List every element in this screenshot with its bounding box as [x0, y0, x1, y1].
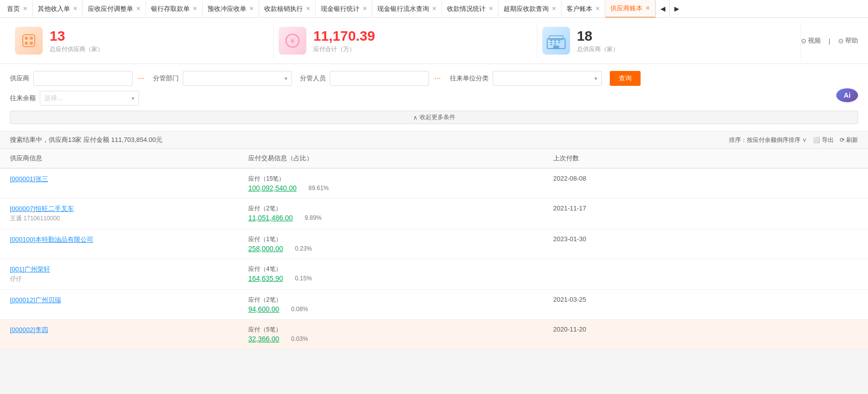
close-icon[interactable]: ✕	[552, 5, 556, 12]
supplier-table: 供应商信息 应付交易信息（占比） 上次付数 [000001]张三 应付（15笔）…	[0, 149, 868, 349]
svg-text:¥: ¥	[290, 37, 294, 45]
last-pay-date: 2023-01-30	[553, 235, 586, 243]
supplier-name-link[interactable]: [000100]本特勤油品有限公司	[10, 235, 248, 244]
result-right: 排序：按应付余额倒序排序 ∨ ⬜ 导出 ⟳ 刷新	[729, 136, 858, 144]
supplier-info-cell: [000007]恒旺二手叉车 王通 17106110000	[10, 204, 248, 223]
transaction-info-cell: 应付（15笔） 100,092,540.00 89.61%	[248, 175, 553, 192]
collapse-button[interactable]: ∧ 收起更多条件	[10, 111, 858, 124]
sort-arrow-icon[interactable]: ∨	[802, 136, 807, 143]
amount-value-link[interactable]: 32,366.00	[248, 335, 279, 343]
table-row: [000002]李四 应付（5笔） 32,366.00 0.03% 2020-1…	[0, 320, 868, 349]
category-label: 往来单位分类	[450, 74, 489, 83]
close-icon[interactable]: ✕	[362, 5, 367, 12]
amount-pct: 0.08%	[291, 306, 308, 313]
payable-total-icon: ¥	[279, 27, 306, 55]
svg-rect-1	[25, 37, 28, 40]
balance-field: 往来余额 选择... ▾	[10, 91, 139, 106]
nav-next-arrow[interactable]: ▶	[669, 0, 683, 18]
supplier-sub-info: 王通 17106110000	[10, 214, 248, 223]
ai-assistant-badge[interactable]: Ai	[836, 88, 858, 102]
result-text: 搜索结果中，供应商13家 应付金额 111,703,854.00元	[10, 135, 162, 144]
help-icon: ⊙	[838, 37, 844, 45]
nav-tab-8[interactable]: 收款情况统计 ✕	[442, 0, 499, 18]
amount-label: 应付（2笔）	[248, 296, 553, 304]
transaction-info-cell: 应付（1笔） 258,000.00 0.23%	[248, 235, 553, 253]
nav-tab-home[interactable]: 首页 ✕	[2, 0, 33, 18]
refresh-button[interactable]: ⟳ 刷新	[840, 136, 858, 144]
stat-block-total-suppliers: 18 总供应商（家）	[537, 23, 801, 59]
export-button[interactable]: ⬜ 导出	[813, 136, 834, 144]
dept-field: 分管部门 ▾	[153, 71, 292, 86]
amount-row: 94,600.00 0.08%	[248, 305, 553, 313]
amount-row: 164,635.90 0.15%	[248, 274, 553, 282]
supplier-field: 供应商 ···	[10, 71, 145, 86]
close-icon[interactable]: ✕	[73, 5, 77, 12]
nav-tab-1[interactable]: 其他收入单 ✕	[33, 0, 83, 18]
category-select[interactable]: ▾	[493, 71, 602, 86]
help-link[interactable]: ⊙ 帮助	[838, 36, 858, 45]
nav-prev-arrow[interactable]: ◀	[655, 0, 669, 18]
person-label: 分管人员	[300, 74, 326, 83]
nav-tab-6[interactable]: 现金银行统计 ✕	[316, 0, 372, 18]
close-icon[interactable]: ✕	[23, 5, 27, 12]
video-link[interactable]: ⊙ 视频	[801, 36, 821, 45]
supplier-info-cell: [000100]本特勤油品有限公司	[10, 235, 248, 245]
amount-value-link[interactable]: 164,635.90	[248, 274, 283, 282]
close-icon[interactable]: ✕	[136, 5, 141, 12]
close-icon[interactable]: ✕	[646, 5, 650, 11]
stat-info-total-suppliers: 18 总供应商（家）	[577, 28, 619, 54]
amount-value-link[interactable]: 11,051,486.00	[248, 214, 293, 222]
supplier-label: 供应商	[10, 74, 29, 83]
last-pay-date: 2021-03-25	[553, 296, 586, 303]
query-button[interactable]: 查询	[610, 71, 641, 86]
chevron-down-icon-3: ▾	[132, 95, 135, 102]
supplier-name-link[interactable]: [000007]恒旺二手叉车	[10, 204, 248, 213]
close-icon[interactable]: ✕	[306, 5, 310, 12]
sort-label: 排序：按应付余额倒序排序 ∨	[729, 136, 807, 144]
collapse-arrow-icon: ∧	[413, 114, 418, 121]
amount-value-link[interactable]: 94,600.00	[248, 305, 279, 313]
nav-tab-4[interactable]: 预收冲应收单 ✕	[203, 0, 259, 18]
supplier-name-link[interactable]: [000002]李四	[10, 326, 248, 334]
supplier-input[interactable]	[33, 71, 133, 86]
separator: |	[829, 37, 830, 45]
supplier-info-cell: [000002]李四	[10, 326, 248, 335]
amount-value-link[interactable]: 258,000.00	[248, 245, 283, 253]
last-pay-date: 2022-08-08	[553, 175, 586, 182]
dept-label: 分管部门	[153, 74, 179, 83]
stat-info-payable-suppliers: 13 总应付供应商（家）	[50, 28, 103, 54]
nav-tab-10[interactable]: 客户账本 ✕	[562, 0, 605, 18]
balance-select[interactable]: 选择... ▾	[40, 91, 139, 106]
nav-tab-2[interactable]: 应收应付调整单 ✕	[83, 0, 146, 18]
total-suppliers-icon	[542, 27, 570, 55]
stat-block-payable-suppliers: 13 总应付供应商（家）	[10, 23, 274, 59]
nav-tab-5[interactable]: 收款核销执行 ✕	[259, 0, 316, 18]
result-bar: 搜索结果中，供应商13家 应付金额 111,703,854.00元 排序：按应付…	[0, 131, 868, 149]
supplier-name-link[interactable]: [000012]广州贝瑞	[10, 296, 248, 305]
transaction-info-cell: 应付（4笔） 164,635.90 0.15%	[248, 265, 553, 282]
close-icon[interactable]: ✕	[489, 5, 493, 12]
person-input[interactable]	[330, 71, 429, 86]
nav-tab-7[interactable]: 现金银行流水查询 ✕	[372, 0, 442, 18]
close-icon[interactable]: ✕	[595, 5, 600, 12]
dept-select[interactable]: ▾	[183, 71, 292, 86]
close-icon[interactable]: ✕	[193, 5, 197, 12]
export-icon: ⬜	[813, 136, 820, 143]
supplier-dots-btn[interactable]: ···	[137, 74, 145, 83]
nav-tab-9[interactable]: 超期应收款查询 ✕	[499, 0, 562, 18]
search-row-2: 往来余额 选择... ▾	[10, 91, 858, 106]
person-dots-btn[interactable]: ···	[433, 74, 441, 83]
nav-tab-3[interactable]: 银行存取款单 ✕	[146, 0, 203, 18]
close-icon[interactable]: ✕	[432, 5, 436, 12]
supplier-name-link[interactable]: [000001]张三	[10, 175, 248, 184]
close-icon[interactable]: ✕	[249, 5, 254, 12]
amount-value-link[interactable]: 100,092,540.00	[248, 184, 296, 192]
nav-tab-supplier-ledger[interactable]: 供应商账本 ✕	[605, 0, 655, 18]
amount-pct: 0.23%	[295, 245, 312, 252]
table-header: 供应商信息 应付交易信息（占比） 上次付数	[0, 149, 868, 169]
last-pay-cell: 2020-11-20	[553, 326, 858, 333]
table-row: [000012]广州贝瑞 应付（2笔） 94,600.00 0.08% 2021…	[0, 290, 868, 320]
stat-block-payable-total: ¥ 11,170.39 应付合计（万）	[274, 23, 537, 59]
supplier-name-link[interactable]: [001]广州荣轩	[10, 265, 248, 274]
last-pay-cell: 2021-11-17	[553, 204, 858, 212]
